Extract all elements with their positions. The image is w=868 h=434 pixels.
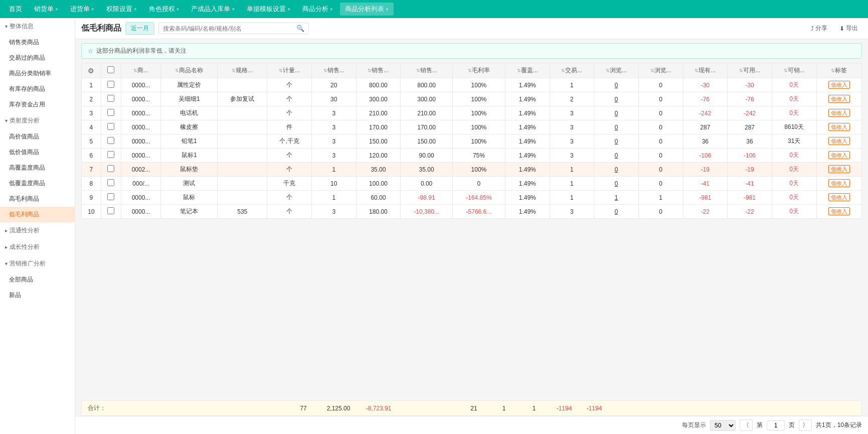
- nav-close-icon[interactable]: ×: [91, 7, 94, 12]
- nav-close-icon[interactable]: ×: [55, 7, 58, 12]
- cell-checkbox[interactable]: [101, 149, 121, 163]
- select-all-checkbox[interactable]: [107, 66, 114, 73]
- sidebar-item-商品分类助销率[interactable]: 商品分类助销率: [0, 66, 75, 81]
- sort-icon-trade[interactable]: ⇅: [561, 68, 565, 73]
- page-size-select[interactable]: 50 100 200: [710, 420, 736, 431]
- col-header-sales_profit[interactable]: ⇅销售...: [401, 63, 453, 78]
- col-header-current[interactable]: ⇅现有...: [683, 63, 728, 78]
- col-header-spec[interactable]: ⇅规格...: [218, 63, 267, 78]
- cell-views1[interactable]: 0: [594, 149, 639, 163]
- sidebar-group-整体信息[interactable]: ▾整体信息: [0, 18, 75, 35]
- nav-item-销货单[interactable]: 销货单×: [29, 3, 63, 16]
- nav-close-icon[interactable]: ×: [287, 7, 290, 12]
- sort-icon-sales_profit[interactable]: ⇅: [416, 68, 420, 73]
- col-header-gross_rate[interactable]: ⇅毛利率: [452, 63, 505, 78]
- col-header-available[interactable]: ⇅可用...: [728, 63, 772, 78]
- col-header-name[interactable]: ⇅商品名称: [161, 63, 218, 78]
- sidebar-item-高毛利商品[interactable]: 高毛利商品: [0, 191, 75, 207]
- nav-close-icon[interactable]: ×: [232, 7, 235, 12]
- sidebar-item-有库存的商品[interactable]: 有库存的商品: [0, 81, 75, 97]
- col-header-views2[interactable]: ⇅浏览...: [638, 63, 683, 78]
- nav-close-icon[interactable]: ×: [134, 7, 137, 12]
- cell-checkbox[interactable]: [101, 177, 121, 191]
- sort-icon-views2[interactable]: ⇅: [650, 68, 654, 73]
- sidebar-item-全部商品[interactable]: 全部商品: [0, 272, 75, 287]
- sidebar-item-低覆盖度商品[interactable]: 低覆盖度商品: [0, 176, 75, 191]
- views-link[interactable]: 0: [615, 124, 618, 131]
- views-link[interactable]: 1: [615, 194, 618, 201]
- sidebar-group-流通性分析[interactable]: ▸流通性分析: [0, 222, 75, 239]
- col-header-unit[interactable]: ⇅计量...: [267, 63, 312, 78]
- row-checkbox[interactable]: [107, 109, 114, 116]
- sort-icon-available[interactable]: ⇅: [739, 68, 743, 73]
- sidebar-item-库存资金占用[interactable]: 库存资金占用: [0, 97, 75, 112]
- views-link[interactable]: 0: [615, 208, 618, 215]
- nav-close-icon[interactable]: ×: [330, 7, 333, 12]
- sort-icon-coverage[interactable]: ⇅: [517, 68, 521, 73]
- sort-icon-spec[interactable]: ⇅: [232, 68, 236, 73]
- cell-views1[interactable]: 0: [594, 92, 639, 106]
- nav-close-icon[interactable]: ×: [386, 7, 389, 12]
- prev-page-btn[interactable]: 〈: [740, 419, 753, 431]
- sidebar-item-销售类商品[interactable]: 销售类商品: [0, 35, 75, 50]
- col-header-sellable[interactable]: ⇅可销...: [772, 63, 816, 78]
- cell-checkbox[interactable]: [101, 191, 121, 205]
- cell-views1[interactable]: 0: [594, 120, 639, 134]
- export-btn[interactable]: ⬇ 导出: [835, 23, 862, 34]
- nav-item-角色授权[interactable]: 角色授权×: [144, 3, 185, 16]
- col-header-coverage[interactable]: ⇅覆盖...: [505, 63, 550, 78]
- sort-icon-sales_price[interactable]: ⇅: [368, 68, 372, 73]
- row-checkbox[interactable]: [107, 81, 114, 88]
- nav-item-商品分析列表[interactable]: 商品分析列表×: [340, 3, 394, 16]
- cell-checkbox[interactable]: [101, 106, 121, 120]
- share-btn[interactable]: ⤴ 分享: [807, 23, 831, 34]
- row-checkbox[interactable]: [107, 137, 114, 144]
- sidebar-item-交易过的商品[interactable]: 交易过的商品: [0, 50, 75, 66]
- sort-icon-code[interactable]: ⇅: [133, 68, 137, 73]
- sort-icon-current[interactable]: ⇅: [695, 68, 699, 73]
- search-icon[interactable]: 🔍: [296, 25, 304, 32]
- search-box[interactable]: 🔍: [158, 23, 309, 34]
- col-header-trade[interactable]: ⇅交易...: [550, 63, 594, 78]
- cell-views1[interactable]: 1: [594, 191, 639, 205]
- nav-item-权限设置[interactable]: 权限设置×: [101, 3, 142, 16]
- cell-checkbox[interactable]: [101, 205, 121, 219]
- cell-checkbox[interactable]: [101, 134, 121, 149]
- nav-item-单据模板设置[interactable]: 单据模板设置×: [242, 3, 295, 16]
- views-link[interactable]: 0: [615, 82, 618, 89]
- row-checkbox[interactable]: [107, 179, 114, 186]
- sidebar-group-类射度分析[interactable]: ▾类射度分析: [0, 112, 75, 129]
- sidebar-item-低毛利商品[interactable]: 低毛利商品: [0, 207, 75, 222]
- cell-views1[interactable]: 0: [594, 163, 639, 177]
- cell-views1[interactable]: 0: [594, 205, 639, 219]
- next-page-btn[interactable]: 〉: [799, 419, 812, 431]
- sidebar-group-营销推广分析[interactable]: ▾营销推广分析: [0, 255, 75, 272]
- sidebar-item-高覆盖度商品[interactable]: 高覆盖度商品: [0, 160, 75, 176]
- views-link[interactable]: 0: [615, 166, 618, 173]
- cell-checkbox[interactable]: [101, 163, 121, 177]
- sort-icon-tag[interactable]: ⇅: [831, 68, 835, 73]
- row-checkbox[interactable]: [107, 165, 114, 172]
- nav-item-进货单[interactable]: 进货单×: [65, 3, 99, 16]
- cell-views1[interactable]: 0: [594, 106, 639, 120]
- col-header-sales_price[interactable]: ⇅销售...: [356, 63, 401, 78]
- row-checkbox[interactable]: [107, 207, 114, 214]
- settings-col-icon[interactable]: ⚙: [88, 67, 94, 75]
- cell-views1[interactable]: 0: [594, 134, 639, 149]
- views-link[interactable]: 0: [615, 180, 618, 187]
- nav-item-商品分析[interactable]: 商品分析×: [297, 3, 338, 16]
- cell-checkbox[interactable]: [101, 92, 121, 106]
- filter-month-btn[interactable]: 近一月: [125, 22, 154, 35]
- cell-checkbox[interactable]: [101, 120, 121, 134]
- nav-item-首页[interactable]: 首页: [4, 3, 27, 16]
- sidebar-item-低价值商品[interactable]: 低价值商品: [0, 144, 75, 160]
- cell-views1[interactable]: 0: [594, 78, 639, 92]
- sort-icon-name[interactable]: ⇅: [175, 68, 179, 73]
- views-link[interactable]: 0: [615, 152, 618, 159]
- cell-checkbox[interactable]: [101, 78, 121, 92]
- sidebar-item-高价值商品[interactable]: 高价值商品: [0, 129, 75, 144]
- col-header-sales_qty[interactable]: ⇅销售...: [311, 63, 356, 78]
- sort-icon-sales_qty[interactable]: ⇅: [323, 68, 327, 73]
- sort-icon-sellable[interactable]: ⇅: [784, 68, 788, 73]
- col-header-views1[interactable]: ⇅浏览...: [594, 63, 639, 78]
